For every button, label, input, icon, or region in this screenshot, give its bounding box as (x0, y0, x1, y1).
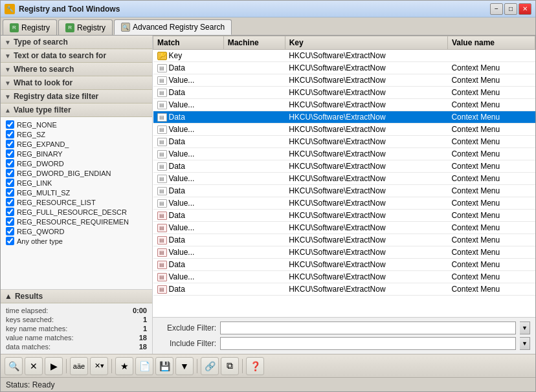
tab-advanced[interactable]: 🔍 Advanced Registry Search (114, 19, 232, 35)
table-row[interactable]: ▤DataHKCU\Software\ExtractNowContext Men… (153, 234, 535, 246)
cell-value: Context Menu (447, 124, 535, 136)
checkbox-reg-dword-big[interactable] (6, 169, 14, 177)
tab-registry1[interactable]: R Registry (3, 19, 57, 35)
section-size-filter[interactable]: ▼ Registry data size filter (1, 90, 152, 103)
cell-machine (223, 197, 285, 210)
col-key[interactable]: Key (285, 36, 447, 50)
table-row[interactable]: ▤DataHKCU\Software\ExtractNowContext Men… (153, 111, 535, 124)
table-row[interactable]: ▤Value...HKCU\Software\ExtractNowContext… (153, 124, 535, 136)
include-filter-dropdown[interactable]: ▼ (520, 337, 530, 350)
left-scroll[interactable]: ▼ Type of search ▼ Text or data to searc… (1, 36, 152, 289)
results-table-container[interactable]: Match Machine Key Value name 🔑KeyHKCU\So… (153, 36, 535, 317)
table-row[interactable]: ▤DataHKCU\Software\ExtractNowContext Men… (153, 259, 535, 271)
cell-key: HKCU\Software\ExtractNow (285, 222, 447, 234)
list-item: REG_FULL_RESOURCE_DESCR (6, 207, 147, 217)
cell-machine (223, 283, 285, 296)
table-row[interactable]: ▤Value...HKCU\Software\ExtractNowContext… (153, 246, 535, 259)
delete-button[interactable]: ✕▾ (90, 357, 108, 375)
checkbox-reg-resource-req[interactable] (6, 217, 14, 226)
checkbox-reg-resource-list[interactable] (6, 198, 14, 206)
cell-value: Context Menu (447, 173, 535, 185)
cell-match: ▤Value... (153, 148, 224, 160)
window-title: Registry and Tool Windows (19, 5, 120, 14)
status-label: Status: (6, 380, 30, 389)
table-row[interactable]: ▤DataHKCU\Software\ExtractNowContext Men… (153, 283, 535, 296)
results-label: Results (15, 292, 43, 301)
link-button[interactable]: 🔗 (201, 357, 219, 375)
table-row[interactable]: ▤Value...HKCU\Software\ExtractNowContext… (153, 222, 535, 234)
table-row[interactable]: ▤DataHKCU\Software\ExtractNowContext Men… (153, 160, 535, 173)
save-button[interactable]: 💾 (155, 357, 173, 375)
tab-advanced-label: Advanced Registry Search (133, 23, 225, 32)
section-value-type-filter[interactable]: ▲ Value type filter (1, 103, 152, 117)
cell-key: HKCU\Software\ExtractNow (285, 271, 447, 283)
table-row[interactable]: ▤DataHKCU\Software\ExtractNowContext Men… (153, 136, 535, 148)
data-icon: ▤ (157, 162, 167, 171)
section-what-to-look-for[interactable]: ▼ What to look for (1, 76, 152, 90)
copy-button[interactable]: ⧉ (221, 357, 239, 375)
cell-key: HKCU\Software\ExtractNow (285, 160, 447, 173)
table-row[interactable]: ▤Value...HKCU\Software\ExtractNowContext… (153, 197, 535, 210)
checkbox-any-other[interactable] (6, 237, 14, 245)
close-button[interactable]: ✕ (519, 3, 531, 15)
title-bar: 🔧 Registry and Tool Windows − □ ✕ (1, 1, 535, 17)
data-icon: ▤ (157, 236, 167, 245)
left-panel: ▼ Type of search ▼ Text or data to searc… (1, 36, 153, 354)
minimize-button[interactable]: − (490, 3, 503, 15)
section-value-label: Value type filter (14, 105, 71, 114)
table-row[interactable]: ▤Value...HKCU\Software\ExtractNowContext… (153, 271, 535, 283)
checkbox-reg-sz[interactable] (6, 130, 14, 138)
table-row[interactable]: ▤Value...HKCU\Software\ExtractNowContext… (153, 173, 535, 185)
cell-key: HKCU\Software\ExtractNow (285, 124, 447, 136)
cell-match: ▤Value... (153, 124, 224, 136)
table-row[interactable]: ▤Value...HKCU\Software\ExtractNowContext… (153, 99, 535, 111)
exclude-filter-input[interactable] (220, 321, 516, 334)
checkbox-reg-dword[interactable] (6, 159, 14, 168)
go-button[interactable]: ▶ (45, 357, 63, 375)
table-row[interactable]: ▤DataHKCU\Software\ExtractNowContext Men… (153, 62, 535, 74)
search-button[interactable]: 🔍 (5, 357, 23, 375)
table-row[interactable]: ▤Value...HKCU\Software\ExtractNowContext… (153, 148, 535, 160)
cell-match: ▤Value... (153, 74, 224, 87)
maximize-button[interactable]: □ (504, 3, 517, 15)
list-item: REG_NONE (6, 120, 147, 129)
section-where-to-search[interactable]: ▼ Where to search (1, 63, 152, 76)
section-type-of-search[interactable]: ▼ Type of search (1, 36, 152, 49)
table-row[interactable]: ▤DataHKCU\Software\ExtractNowContext Men… (153, 87, 535, 99)
cell-machine (223, 124, 285, 136)
checkbox-reg-qword[interactable] (6, 227, 14, 235)
cell-match: ▤Data (153, 185, 224, 197)
table-row[interactable]: 🔑KeyHKCU\Software\ExtractNow (153, 50, 535, 62)
stop-button[interactable]: ✕ (25, 357, 43, 375)
checkbox-reg-link[interactable] (6, 179, 14, 187)
registry2-icon: R (65, 23, 74, 32)
list-item: REG_MULTI_SZ (6, 188, 147, 197)
results-section: ▲ Results time elapsed: 0:00 keys search… (1, 289, 152, 354)
checkbox-reg-binary[interactable] (6, 149, 14, 158)
bookmark-button[interactable]: ★ (115, 357, 133, 375)
cell-machine (223, 222, 285, 234)
checkbox-reg-multi[interactable] (6, 188, 14, 197)
tab-registry2[interactable]: R Registry (58, 19, 113, 35)
table-row[interactable]: ▤DataHKCU\Software\ExtractNowContext Men… (153, 185, 535, 197)
cell-machine (223, 99, 285, 111)
table-row[interactable]: ▤DataHKCU\Software\ExtractNowContext Men… (153, 210, 535, 222)
checkbox-reg-none[interactable] (6, 120, 14, 129)
table-row[interactable]: ▤Value...HKCU\Software\ExtractNowContext… (153, 74, 535, 87)
section-text-to-search[interactable]: ▼ Text or data to search for (1, 49, 152, 63)
cell-machine (223, 148, 285, 160)
new-button[interactable]: 📄 (135, 357, 153, 375)
help-button[interactable]: ❓ (246, 357, 264, 375)
checkbox-reg-expand[interactable] (6, 140, 14, 148)
filter-button[interactable]: ▼ (175, 357, 194, 375)
include-filter-input[interactable] (220, 337, 516, 350)
data-icon: ▤ (157, 199, 167, 208)
col-match[interactable]: Match (153, 36, 224, 50)
col-value[interactable]: Value name (447, 36, 535, 50)
exclude-filter-dropdown[interactable]: ▼ (520, 321, 530, 334)
checkbox-reg-full-resource[interactable] (6, 208, 14, 216)
col-machine[interactable]: Machine (223, 36, 285, 50)
cell-match: ▤Data (153, 210, 224, 222)
list-item: REG_BINARY (6, 149, 147, 158)
replace-button[interactable]: aäe (70, 357, 88, 375)
